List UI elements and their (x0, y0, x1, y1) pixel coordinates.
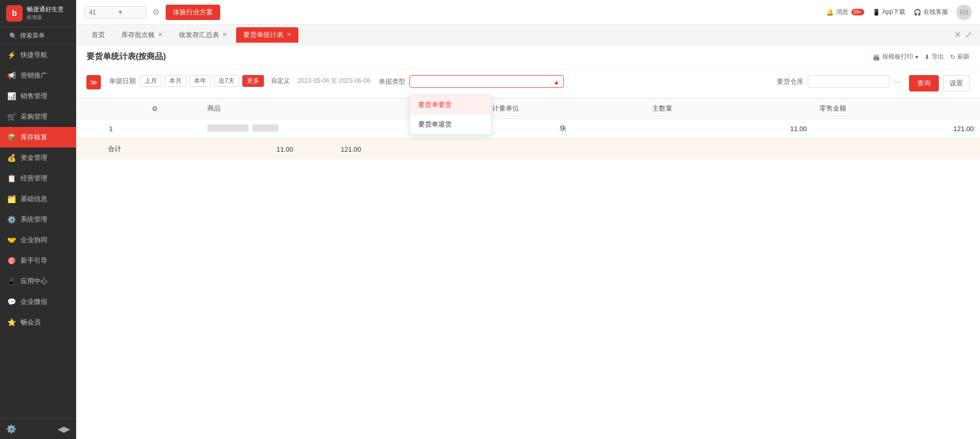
tab-bar: 首页 库存批次账 ✕ 收发存汇总表 ✕ 要货单统计表 ✕ ✕ ⤢ (76, 25, 980, 45)
sidebar-item-label: 企业协同 (21, 235, 47, 245)
marketing-icon: 📢 (6, 70, 16, 81)
collapse-icon[interactable]: ◀▶ (58, 424, 70, 434)
warehouse-more-icon[interactable]: ··· (894, 77, 901, 86)
sidebar-item-label: 基础信息 (21, 194, 47, 204)
sidebar-item-label: 应用中心 (21, 277, 47, 286)
search-menu-label: 搜索菜单 (20, 31, 45, 40)
store-selector[interactable]: 41 ▼ (84, 6, 146, 19)
sidebar-item-label: 经营管理 (21, 174, 47, 183)
date-last-month[interactable]: 上月 (140, 75, 162, 87)
enterprise-icon: 🤝 (6, 235, 16, 245)
sidebar-item-label: 营销推广 (21, 71, 47, 80)
support-button[interactable]: 🎧 在线客服 (914, 8, 948, 16)
purchase-icon: 🛒 (6, 112, 16, 122)
query-button[interactable]: 查询 (909, 75, 939, 92)
data-table: ⚙ 商品 主计量单位 主数量 零售金额 1 (76, 98, 980, 139)
product-placeholder (207, 124, 248, 132)
brand-sub: 标准版 (27, 14, 64, 21)
col-header-num (76, 99, 146, 119)
dropdown-item-order-return[interactable]: 要货单退货 (410, 115, 491, 134)
settings-filter-button[interactable]: 设置 (943, 75, 970, 92)
tab-home[interactable]: 首页 (84, 27, 112, 43)
sidebar-item-purchase[interactable]: 🛒 采购管理 (0, 106, 76, 127)
phone-icon: 📱 (872, 9, 880, 16)
tab-expand-button[interactable]: ⤢ (965, 30, 972, 40)
sidebar-item-label: 新手引导 (21, 256, 47, 265)
tab-close-receive-summary[interactable]: ✕ (222, 31, 227, 38)
sidebar-item-app-center[interactable]: 📱 应用中心 (0, 271, 76, 291)
refresh-button[interactable]: ↻ 刷新 (950, 52, 970, 61)
date-this-month[interactable]: 本月 (165, 75, 186, 87)
sidebar-item-sales[interactable]: 📊 销售管理 (0, 86, 76, 106)
sidebar-item-guide[interactable]: 🎯 新手引导 (0, 250, 76, 271)
notification-button[interactable]: 🔔 消息 99+ (826, 8, 864, 16)
sidebar-item-label: 采购管理 (21, 112, 47, 121)
main-area: 41 ▼ ⚙ 体验行业方案 🔔 消息 99+ 📱 App下载 🎧 在线客服 Ri… (76, 0, 980, 439)
refresh-icon: ↻ (950, 53, 955, 61)
sidebar-footer: ⚙️ ◀▶ (0, 418, 76, 439)
headset-icon: 🎧 (914, 9, 921, 16)
sidebar-item-wechat[interactable]: 💬 企业微信 (0, 291, 76, 312)
sidebar-item-finance[interactable]: 💰 资金管理 (0, 148, 76, 168)
operations-icon: 📋 (6, 173, 16, 184)
tab-order-stats[interactable]: 要货单统计表 ✕ (236, 27, 298, 43)
wechat-icon: 💬 (6, 297, 16, 307)
date-custom[interactable]: 自定义 (267, 76, 294, 86)
quick-nav-icon: ⚡ (6, 50, 16, 60)
sidebar-item-label: 销售管理 (21, 92, 47, 101)
filter-toggle-button[interactable]: ≫ (86, 75, 101, 89)
sidebar-item-enterprise[interactable]: 🤝 企业协同 (0, 230, 76, 250)
store-settings-icon[interactable]: ⚙ (152, 7, 159, 17)
tab-inventory-batch[interactable]: 库存批次账 ✕ (114, 27, 170, 43)
app-download-button[interactable]: 📱 App下载 (872, 8, 905, 16)
date-this-year[interactable]: 本年 (189, 75, 211, 87)
sidebar-item-label: 快捷导航 (21, 50, 47, 60)
type-filter-group: 单据类型 ▲ 要货单要货 要货单退货 (379, 75, 769, 88)
sidebar-item-quick-nav[interactable]: ⚡ 快捷导航 (0, 45, 76, 65)
avatar[interactable]: Rit (956, 5, 972, 20)
dropdown-arrow-icon: ▼ (117, 9, 141, 16)
sidebar-nav: ⚡ 快捷导航 📢 营销推广 📊 销售管理 🛒 采购管理 📦 库存核算 💰 资金管… (0, 45, 76, 418)
footer-qty: 11.00 (231, 145, 293, 153)
warehouse-filter-label: 要货仓库 (777, 77, 804, 86)
sidebar-item-operations[interactable]: 📋 经营管理 (0, 168, 76, 189)
sidebar-item-inventory[interactable]: 📦 库存核算 (0, 127, 76, 148)
guide-icon: 🎯 (6, 255, 16, 266)
col-header-settings[interactable]: ⚙ (146, 99, 201, 119)
export-button[interactable]: ⬇ 导出 (924, 52, 944, 61)
brand-name: 畅捷通好生意 (27, 6, 64, 14)
finance-icon: 💰 (6, 153, 16, 163)
sidebar-item-system[interactable]: ⚙️ 系统管理 (0, 209, 76, 230)
warehouse-input[interactable] (808, 75, 890, 88)
sidebar-item-label: 库存核算 (21, 133, 47, 142)
sidebar-item-base-info[interactable]: 🗂️ 基础信息 (0, 189, 76, 209)
date-last-7days[interactable]: 近7天 (214, 75, 239, 87)
print-template-button[interactable]: 🖨️ 按模板打印 ▾ (872, 52, 918, 61)
date-range-display: 2023-05-06 至 2023-06-06 (298, 77, 370, 85)
tab-close-order-stats[interactable]: ✕ (287, 31, 291, 38)
tab-close-inventory-batch[interactable]: ✕ (158, 31, 163, 38)
trial-button[interactable]: 体验行业方案 (166, 5, 220, 20)
search-menu-button[interactable]: 🔍 搜索菜单 (0, 27, 76, 45)
system-icon: ⚙️ (6, 214, 16, 225)
type-filter-label: 单据类型 (379, 77, 405, 86)
settings-footer-icon[interactable]: ⚙️ (6, 424, 16, 434)
sales-icon: 📊 (6, 91, 16, 101)
inventory-icon: 📦 (6, 132, 16, 142)
sidebar-item-vip[interactable]: ⭐ 畅会员 (0, 312, 76, 333)
date-more[interactable]: 更多 (242, 75, 264, 87)
print-icon: 🖨️ (872, 53, 880, 61)
page-content: 要货单统计表(按商品) 🖨️ 按模板打印 ▾ ⬇ 导出 ↻ 刷新 ≫ (76, 45, 980, 439)
table-footer: 合计 11.00 121.00 (76, 139, 980, 159)
app-center-icon: 📱 (6, 276, 16, 286)
table-container: ⚙ 商品 主计量单位 主数量 零售金额 1 (76, 98, 980, 139)
footer-amount: 121.00 (299, 145, 361, 153)
tab-close-all-button[interactable]: ✕ (954, 30, 961, 40)
cell-num: 1 (76, 119, 146, 139)
date-shortcuts: 上月 本月 本年 近7天 更多 自定义 (140, 75, 294, 87)
type-select-input[interactable] (409, 75, 564, 88)
sidebar-item-marketing[interactable]: 📢 营销推广 (0, 65, 76, 86)
tab-receive-summary[interactable]: 收发存汇总表 ✕ (172, 27, 234, 43)
sidebar-item-label: 企业微信 (21, 297, 47, 306)
dropdown-item-order-goods[interactable]: 要货单要货 (410, 95, 491, 115)
